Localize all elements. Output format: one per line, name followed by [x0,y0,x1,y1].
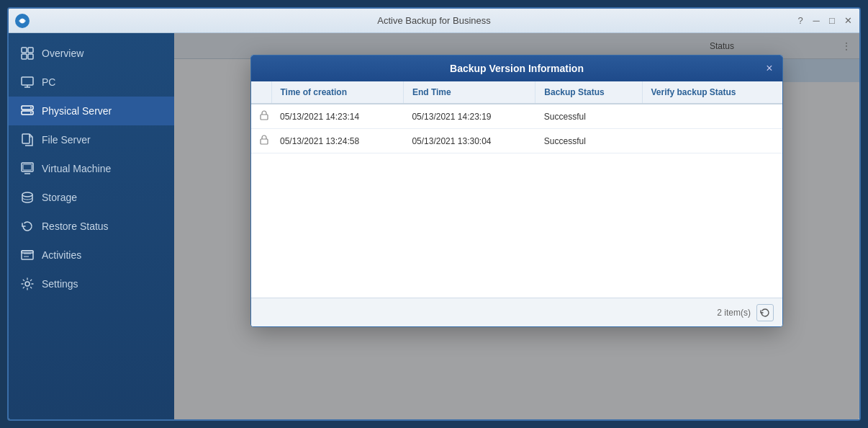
sidebar-item-overview[interactable]: Overview [9,39,174,68]
svg-rect-5 [28,54,33,59]
sidebar-item-activities[interactable]: Activities [9,241,174,269]
verify-status-2 [642,129,782,153]
lock-icon-cell-2 [251,129,271,153]
window-controls: ? ─ □ ✕ [795,15,854,27]
sidebar-item-restore-status[interactable]: Restore Status [9,212,174,241]
table-row[interactable]: 05/13/2021 14:23:14 05/13/2021 14:23:19 … [251,104,782,129]
vm-icon [20,161,35,176]
time-of-creation-1: 05/13/2021 14:23:14 [271,104,403,129]
modal-header: Backup Version Information × [251,55,782,81]
close-button[interactable]: ✕ [842,15,854,27]
svg-rect-4 [22,54,27,59]
backup-status-1: Successful [535,104,642,129]
storage-icon [20,190,35,205]
sidebar-item-virtual-machine[interactable]: Virtual Machine [9,154,174,183]
sidebar-label-settings: Settings [42,278,78,290]
settings-icon [20,277,35,291]
col-header-time-of-creation: Time of creation [271,81,403,104]
col-header-backup-status: Backup Status [535,81,642,104]
modal-close-button[interactable]: × [762,61,777,76]
activities-icon [20,248,35,262]
title-bar: Active Backup for Business ? ─ □ ✕ [9,9,859,33]
sidebar-label-virtual-machine: Virtual Machine [42,163,111,174]
modal-body: Time of creation End Time Backup Status … [251,81,782,298]
sidebar-item-settings[interactable]: Settings [9,269,174,298]
svg-point-10 [30,112,32,114]
backup-version-modal: Backup Version Information × Time of cre… [250,55,783,327]
table-header-row: Time of creation End Time Backup Status … [251,81,782,104]
sidebar-label-storage: Storage [42,192,77,203]
svg-point-1 [20,19,24,23]
modal-footer: 2 item(s) [251,298,782,326]
lock-icon-cell-1 [251,104,271,129]
svg-rect-18 [261,115,268,120]
sidebar-label-restore-status: Restore Status [42,220,109,232]
help-button[interactable]: ? [795,15,806,27]
pc-icon [20,75,35,89]
restore-icon [20,219,35,233]
sidebar-label-overview: Overview [42,48,83,59]
server-icon [20,104,35,118]
modal-content-area: Time of creation End Time Backup Status … [251,81,782,298]
end-time-2: 05/13/2021 13:30:04 [403,129,535,153]
svg-rect-3 [28,48,33,53]
sidebar-label-physical-server: Physical Server [42,105,112,117]
sidebar-item-physical-server[interactable]: Physical Server [9,97,174,125]
backup-version-table: Time of creation End Time Backup Status … [251,81,782,153]
svg-rect-6 [22,77,33,85]
svg-rect-2 [22,48,27,53]
time-of-creation-2: 05/13/2021 13:24:58 [271,129,403,153]
svg-rect-13 [23,164,32,170]
sidebar-item-pc[interactable]: PC [9,68,174,97]
app-title: Active Backup for Business [377,15,491,26]
app-logo [14,13,30,29]
table-row[interactable]: 05/13/2021 13:24:58 05/13/2021 13:30:04 … [251,129,782,153]
svg-rect-16 [22,251,33,253]
sidebar-item-file-server[interactable]: File Server [9,125,174,154]
content-area: Status ⋮ No schedule No schedule Backup … [174,33,859,419]
maximize-button[interactable]: □ [826,15,838,27]
file-server-icon [20,133,35,147]
col-header-end-time: End Time [403,81,535,104]
sidebar-item-storage[interactable]: Storage [9,183,174,212]
col-header-lock [251,81,271,104]
main-layout: Overview PC [9,33,859,419]
modal-title: Backup Version Information [450,63,584,74]
app-window: Active Backup for Business ? ─ □ ✕ Ove [7,7,861,421]
end-time-1: 05/13/2021 14:23:19 [403,104,535,129]
sidebar: Overview PC [9,33,174,419]
verify-status-1 [642,104,782,129]
svg-rect-19 [261,139,268,144]
modal-overlay: Backup Version Information × Time of cre… [174,33,859,419]
minimize-button[interactable]: ─ [810,15,822,27]
item-count: 2 item(s) [717,308,751,318]
col-header-verify-status: Verify backup Status [642,81,782,104]
svg-point-9 [30,107,32,109]
svg-rect-11 [22,134,30,143]
overview-icon [20,46,35,61]
backup-status-2: Successful [535,129,642,153]
sidebar-label-activities: Activities [42,249,81,261]
svg-point-17 [25,282,30,286]
sidebar-label-file-server: File Server [42,134,91,146]
svg-rect-15 [22,251,33,259]
refresh-button[interactable] [756,304,774,321]
svg-point-14 [22,192,32,197]
sidebar-label-pc: PC [42,76,55,88]
